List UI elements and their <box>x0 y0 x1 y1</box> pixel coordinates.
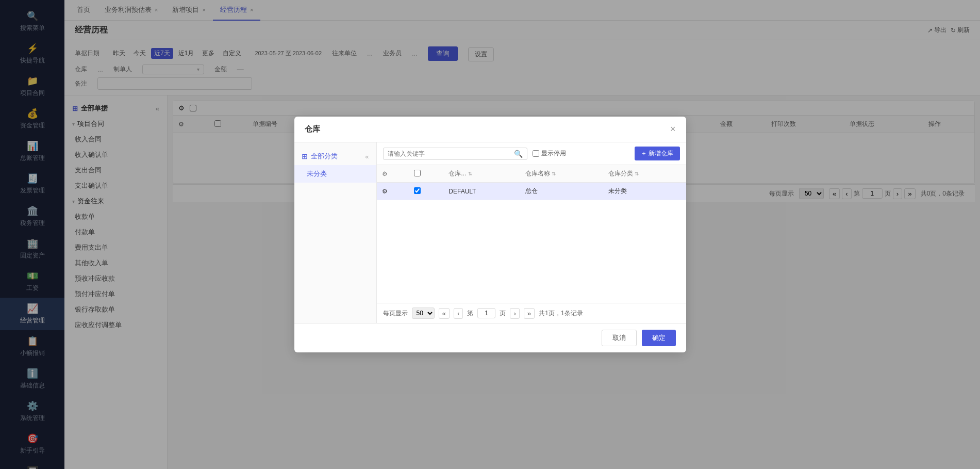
modal-total-info: 共1页，1条记录 <box>539 309 583 318</box>
modal-col-category: 仓库分类 ⇅ <box>603 165 686 183</box>
modal-cat-header[interactable]: ⊞ 全部分类 « <box>294 148 376 165</box>
modal-table-row[interactable]: ⚙ DEFAULT 总仓 未分类 <box>377 183 686 200</box>
modal-prev-page[interactable]: ‹ <box>454 308 463 319</box>
modal-cat-uncategorized[interactable]: 未分类 <box>294 165 376 183</box>
modal-row-gear: ⚙ <box>377 183 409 200</box>
show-disabled-checkbox[interactable] <box>533 150 539 157</box>
modal-gear-icon[interactable]: ⚙ <box>382 170 388 177</box>
modal-page-size-select[interactable]: 50 <box>412 308 435 319</box>
row-gear-icon[interactable]: ⚙ <box>382 188 388 195</box>
modal-search-icon[interactable]: 🔍 <box>514 150 523 158</box>
modal-data-table: ⚙ 仓库... ⇅ 仓库名称 <box>377 165 686 200</box>
modal-cancel-button[interactable]: 取消 <box>602 330 637 346</box>
modal-row-code: DEFAULT <box>443 183 520 200</box>
modal-col-code: 仓库... ⇅ <box>443 165 520 183</box>
modal-category-panel: ⊞ 全部分类 « 未分类 <box>294 142 377 323</box>
modal-row-category: 未分类 <box>603 183 686 200</box>
modal-page-label: 页 <box>500 309 506 318</box>
modal-col-checkbox <box>409 165 443 183</box>
modal-search-input[interactable] <box>388 150 514 157</box>
modal-col-name: 仓库名称 ⇅ <box>520 165 603 183</box>
modal-pagination: 每页显示 50 « ‹ 第 页 › » 共1页，1条记录 <box>377 303 686 323</box>
modal-close-button[interactable]: × <box>670 124 676 135</box>
modal-title: 仓库 <box>305 124 320 134</box>
modal-table-area: ⚙ 仓库... ⇅ 仓库名称 <box>377 165 686 303</box>
show-disabled-label[interactable]: 显示停用 <box>533 149 566 158</box>
modal-body: ⊞ 全部分类 « 未分类 🔍 显示停用 <box>294 142 686 323</box>
modal-footer: 取消 确定 <box>294 323 686 352</box>
modal-col-settings: ⚙ <box>377 165 409 183</box>
modal-next-page[interactable]: › <box>510 308 519 319</box>
modal-toolbar: 🔍 显示停用 ＋ 新增仓库 <box>377 142 686 165</box>
sort-icon-name: ⇅ <box>552 171 556 176</box>
modal-page-input[interactable] <box>477 308 495 318</box>
modal-row-name: 总仓 <box>520 183 603 200</box>
warehouse-modal: 仓库 × ⊞ 全部分类 « 未分类 <box>294 117 686 352</box>
modal-page-pre-label: 第 <box>467 309 473 318</box>
modal-cat-title: 全部分类 <box>311 152 338 161</box>
modal-search-box: 🔍 <box>383 148 527 160</box>
modal-last-page[interactable]: » <box>524 308 535 319</box>
modal-overlay: 仓库 × ⊞ 全部分类 « 未分类 <box>0 0 980 469</box>
modal-page-size-label: 每页显示 <box>383 309 408 318</box>
modal-select-all[interactable] <box>414 170 421 176</box>
modal-right-panel: 🔍 显示停用 ＋ 新增仓库 ⚙ <box>377 142 686 323</box>
grid-cat-icon: ⊞ <box>302 152 308 160</box>
modal-row-check[interactable] <box>414 187 421 194</box>
add-warehouse-button[interactable]: ＋ 新增仓库 <box>635 147 679 160</box>
modal-header: 仓库 × <box>294 117 686 142</box>
modal-row-checkbox <box>409 183 443 200</box>
modal-confirm-button[interactable]: 确定 <box>642 330 676 346</box>
modal-first-page[interactable]: « <box>439 308 450 319</box>
modal-collapse-icon[interactable]: « <box>365 153 369 160</box>
sort-icon-code: ⇅ <box>468 171 472 176</box>
sort-icon-cat: ⇅ <box>635 171 639 176</box>
